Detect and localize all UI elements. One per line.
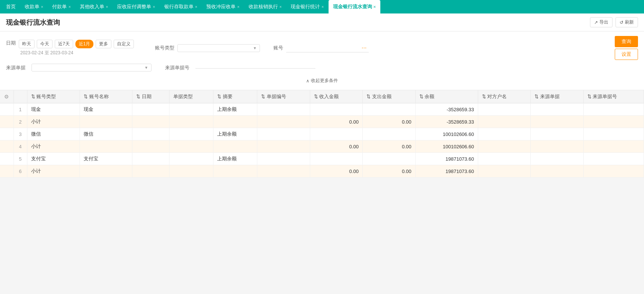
- account-type-select[interactable]: ▼: [177, 44, 260, 52]
- cell-account_name: 支付宝: [80, 153, 132, 165]
- collapse-button[interactable]: ∧ 收起更多条件: [306, 78, 338, 84]
- cell-summary: [213, 165, 257, 178]
- cell-counterparty: [478, 116, 530, 128]
- cell-doc_type: [170, 128, 213, 140]
- close-icon[interactable]: ×: [41, 0, 43, 13]
- cell-summary: 上期余额: [213, 128, 257, 140]
- cell-summary: 上期余额: [213, 103, 257, 116]
- cell-settings: [0, 116, 14, 128]
- cell-doc_no: [257, 140, 310, 153]
- nav-ar-ap-adjust[interactable]: 应收应付调整单 ×: [113, 0, 159, 13]
- cell-balance: -3528659.33: [415, 103, 478, 116]
- cell-account_type: 小计: [27, 140, 80, 153]
- date-btn-1month[interactable]: 近1月: [75, 40, 94, 48]
- col-settings: ⚙: [0, 90, 14, 103]
- cell-rownum: 6: [14, 165, 27, 178]
- chevron-down-icon: ▼: [144, 66, 148, 70]
- collapse-row: ∧ 收起更多条件: [6, 75, 638, 85]
- table-row: 5支付宝支付宝上期余额19871073.60: [0, 153, 644, 165]
- cell-date: [132, 103, 170, 116]
- cell-rownum: 1: [14, 103, 27, 116]
- nav-other-income[interactable]: 其他收入单 ×: [75, 0, 113, 13]
- cell-settings: [0, 103, 14, 116]
- col-doc-type: 单据类型: [170, 90, 213, 103]
- nav-collection-execute[interactable]: 收款核销执行 ×: [244, 0, 286, 13]
- cell-expense: [363, 128, 415, 140]
- source-doc-select[interactable]: ▼: [32, 64, 152, 72]
- cell-counterparty: [478, 140, 530, 153]
- date-btn-more[interactable]: 更多: [96, 40, 111, 48]
- close-icon[interactable]: ×: [279, 0, 282, 13]
- close-icon[interactable]: ×: [106, 0, 108, 13]
- close-icon[interactable]: ×: [321, 0, 324, 13]
- nav-home[interactable]: 首页: [2, 0, 20, 13]
- nav-prepaid-offset[interactable]: 预收冲应收单 ×: [202, 0, 244, 13]
- filter-row-1: 日期 昨天 今天 近7天 近1月 更多 自定义 2023-02-24 至 202…: [6, 36, 638, 60]
- col-rownum: [14, 90, 27, 103]
- cell-date: [132, 128, 170, 140]
- cell-account_name: [80, 116, 132, 128]
- date-btn-today[interactable]: 今天: [37, 40, 53, 48]
- date-btn-7days[interactable]: 近7天: [55, 40, 73, 48]
- cell-counterparty: [478, 165, 530, 178]
- data-table: ⚙ ⇅ 账号类型 ⇅ 账号名称 ⇅ 日期 单据类型 ⇅ 摘要 ⇅ 单据编号: [0, 90, 644, 178]
- query-button[interactable]: 查询: [615, 36, 638, 47]
- export-button[interactable]: ↗ 导出: [590, 17, 612, 27]
- cell-account_type: 微信: [27, 128, 80, 140]
- cell-summary: 上期余额: [213, 153, 257, 165]
- nav-cash-bank-stats[interactable]: 现金银行统计 ×: [286, 0, 328, 13]
- cell-settings: [0, 165, 14, 178]
- cell-balance: 100102606.60: [415, 128, 478, 140]
- col-expense: ⇅ 支出金额: [363, 90, 415, 103]
- cell-balance: 100102606.60: [415, 140, 478, 153]
- close-icon[interactable]: ×: [153, 0, 155, 13]
- nav-payment[interactable]: 付款单 ×: [48, 0, 75, 13]
- cell-account_name: 现金: [80, 103, 132, 116]
- refresh-button[interactable]: ↺ 刷新: [615, 17, 638, 27]
- date-btn-custom[interactable]: 自定义: [114, 40, 134, 48]
- cell-date: [132, 140, 170, 153]
- chevron-down-icon: ▼: [253, 46, 257, 50]
- nav-receipt[interactable]: 收款单 ×: [20, 0, 48, 13]
- cell-income: 0.00: [310, 140, 362, 153]
- cell-doc_no: [257, 165, 310, 178]
- close-icon[interactable]: ×: [374, 0, 376, 13]
- col-source-doc-no: ⇅ 来源单据号: [583, 90, 644, 103]
- cell-doc_no: [257, 128, 310, 140]
- settings-button[interactable]: 设置: [615, 49, 638, 60]
- table-row: 4小计0.000.00100102606.60: [0, 140, 644, 153]
- account-no-label: 账号: [273, 45, 283, 51]
- cell-source_doc: [531, 165, 583, 178]
- cell-source_doc_no: [583, 140, 644, 153]
- account-type-label: 账号类型: [155, 45, 174, 51]
- source-doc-no-input[interactable]: [195, 67, 315, 69]
- cell-account_type: 支付宝: [27, 153, 80, 165]
- col-source-doc: ⇅ 来源单据: [531, 90, 583, 103]
- cell-expense: [363, 103, 415, 116]
- close-icon[interactable]: ×: [68, 0, 71, 13]
- source-doc-no-label: 来源单据号: [165, 64, 189, 71]
- account-input[interactable]: ···: [286, 44, 369, 52]
- cell-doc_no: [257, 103, 310, 116]
- cell-summary: [213, 140, 257, 153]
- filter-area: 日期 昨天 今天 近7天 近1月 更多 自定义 2023-02-24 至 202…: [0, 31, 644, 90]
- col-summary: ⇅ 摘要: [213, 90, 257, 103]
- nav-bank-deposit[interactable]: 银行存取款单 ×: [160, 0, 202, 13]
- gear-icon[interactable]: ⚙: [4, 94, 9, 100]
- source-doc-label: 来源单据: [6, 64, 26, 71]
- cell-account_type: 现金: [27, 103, 80, 116]
- cell-source_doc_no: [583, 128, 644, 140]
- more-options-icon[interactable]: ···: [362, 45, 366, 51]
- col-income: ⇅ 收入金额: [310, 90, 362, 103]
- date-btn-yesterday[interactable]: 昨天: [19, 40, 35, 48]
- table-wrap: ⚙ ⇅ 账号类型 ⇅ 账号名称 ⇅ 日期 单据类型 ⇅ 摘要 ⇅ 单据编号: [0, 90, 644, 178]
- export-icon: ↗: [594, 20, 598, 25]
- close-icon[interactable]: ×: [195, 0, 197, 13]
- cell-account_name: 微信: [80, 128, 132, 140]
- cell-date: [132, 165, 170, 178]
- cell-balance: 19871073.60: [415, 165, 478, 178]
- cell-counterparty: [478, 103, 530, 116]
- cell-doc_no: [257, 153, 310, 165]
- close-icon[interactable]: ×: [237, 0, 239, 13]
- nav-cash-bank-flow[interactable]: 现金银行流水查询 ×: [329, 0, 380, 13]
